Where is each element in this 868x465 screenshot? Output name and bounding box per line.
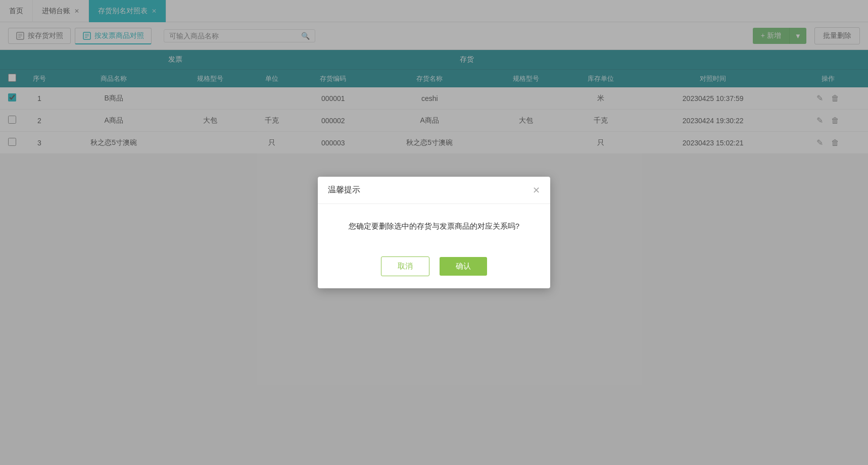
modal-overlay: 温馨提示 ✕ 您确定要删除选中的存货与发票商品的对应关系吗? 取消 确认 [0,0,868,154]
